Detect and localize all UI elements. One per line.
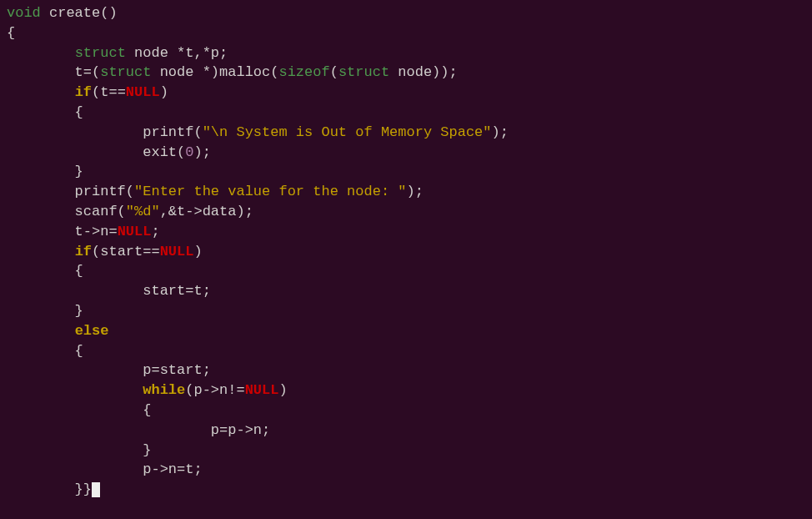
code-text: p=start; [7,362,211,378]
code-text: p=p->n; [7,422,270,438]
keyword-if: if [75,244,92,260]
code-editor[interactable]: void create() { struct node *t,*p; t=(st… [7,3,805,500]
code-text: scanf( [7,204,126,219]
null-constant: NULL [118,224,152,239]
parens: () [100,5,117,21]
null-constant: NULL [160,244,194,260]
string-literal: "Enter the value for the node: " [134,184,406,199]
brace: { [7,343,83,359]
code-text: start=t; [7,283,211,299]
null-constant: NULL [245,382,279,398]
brace: } [7,442,151,458]
keyword-struct: struct [75,45,126,61]
keyword-else: else [75,323,109,339]
code-text: (start== [92,244,160,260]
keyword-while: while [143,382,185,398]
code-text: p->n=t; [7,461,203,477]
code-text: ); [406,184,423,199]
code-text: ); [492,124,509,140]
brace: { [7,263,83,279]
brace: } [7,303,83,319]
code-text: ,&t->data); [160,204,253,219]
code-text: t=( [7,64,100,80]
code-text: (p->n!= [185,382,244,398]
cursor [92,482,100,497]
code-text: node)); [389,64,458,80]
keyword-struct: struct [338,64,389,80]
brace: }} [7,481,92,497]
brace: { [7,25,15,41]
brace: { [7,402,151,418]
code-text: ) [193,244,202,260]
code-text: printf( [7,184,134,199]
code-text: node *t,*p; [126,45,228,61]
keyword-sizeof: sizeof [278,64,329,80]
brace: } [7,164,83,179]
code-text: ); [193,144,210,160]
null-constant: NULL [126,84,160,100]
keyword-struct: struct [100,64,151,80]
brace: { [7,104,83,120]
code-text: ) [278,382,287,398]
keyword-void: void [7,5,41,21]
code-text: t->n= [7,224,118,239]
code-text: (t== [92,84,126,100]
number-literal: 0 [185,144,193,160]
code-text: ) [160,84,168,100]
string-literal: "%d" [126,204,160,219]
function-name: create [49,5,100,21]
code-text: printf( [7,124,203,140]
paren: ( [330,64,338,80]
code-text: node *)malloc( [151,64,278,80]
code-text: exit( [7,144,185,160]
code-text: ; [151,224,159,239]
string-literal: "\n System is Out of Memory Space" [203,124,492,140]
keyword-if: if [75,84,92,100]
